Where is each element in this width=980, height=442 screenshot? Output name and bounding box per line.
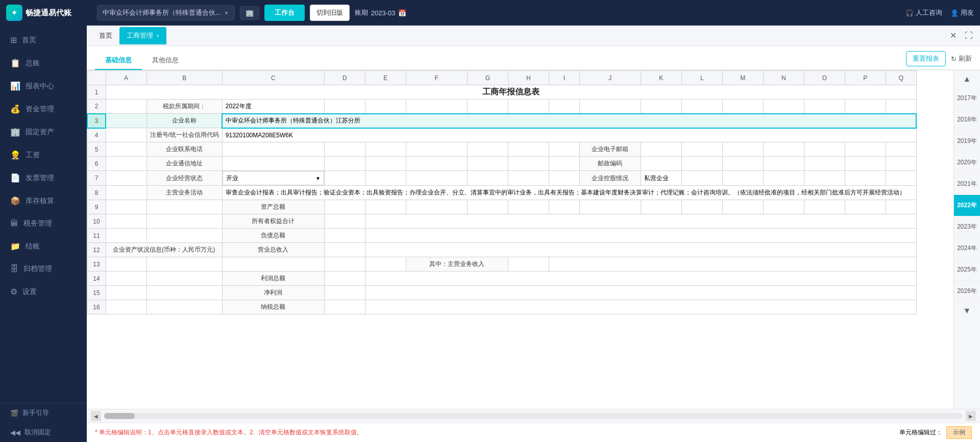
sub-tab-other[interactable]: 其他信息	[142, 52, 189, 70]
close-icon[interactable]: ×	[156, 33, 159, 39]
table-row: 12 企业资产状况信息(币种：人民币万元) 营业总收入	[87, 243, 916, 257]
r6-c[interactable]	[222, 157, 324, 171]
r10-d[interactable]	[324, 214, 365, 229]
table-row: 10 所有者权益合计	[87, 214, 916, 229]
period-area: 账期 2023-03 📅	[355, 8, 407, 17]
r9-d[interactable]	[324, 200, 365, 214]
sidebar-item-fixed-assets[interactable]: 🏢 固定资产	[0, 120, 87, 143]
r2-c[interactable]: 2022年度	[222, 100, 324, 114]
cancel-fixed-button[interactable]: ◀◀ 取消固定	[0, 423, 87, 442]
sidebar-item-inventory[interactable]: 📦 库存核算	[0, 189, 87, 212]
row-num-9: 9	[87, 200, 106, 214]
r3-c[interactable]: 中审众环会计师事务所（特殊普通合伙）江苏分所	[222, 114, 916, 128]
row-num-14: 14	[87, 272, 106, 286]
table-row: 1 工商年报信息表	[87, 85, 916, 100]
year-scroll-down-button[interactable]: ▼	[954, 302, 980, 320]
year-sidebar: ▲ 2017年 2018年 2019年 2020年 2021年	[953, 70, 980, 409]
year-label: 2021年	[957, 180, 977, 187]
r7-e	[365, 171, 406, 186]
workbench-button[interactable]: 工作台	[264, 5, 305, 21]
expand-button[interactable]: ⛶	[963, 29, 975, 42]
sidebar-item-settings[interactable]: ⚙ 设置	[0, 280, 87, 303]
year-item-2019[interactable]: 2019年	[954, 131, 980, 152]
sidebar-item-tax[interactable]: 🏛 税务管理	[0, 212, 87, 235]
r6-m	[722, 157, 763, 171]
year-item-2021[interactable]: 2021年	[954, 174, 980, 195]
r7-i	[549, 171, 579, 186]
sidebar-item-finance[interactable]: 💰 资金管理	[0, 97, 87, 120]
sidebar-item-salary[interactable]: 👷 工资	[0, 143, 87, 166]
r9-k	[641, 200, 681, 214]
r6-f	[406, 157, 467, 171]
r13-h[interactable]	[508, 257, 549, 272]
tab-home[interactable]: 首页	[92, 27, 119, 44]
scroll-right-button[interactable]: ▶	[966, 411, 976, 421]
r11-b	[146, 229, 222, 243]
r11-c: 负债总额	[222, 229, 324, 243]
r5-b: 企业联系电话	[146, 142, 222, 157]
year-item-2023[interactable]: 2023年	[954, 216, 980, 238]
company-selector[interactable]: 中审众环会计师事务所（特殊普通合伙... ▼	[97, 5, 235, 20]
year-item-2020[interactable]: 2020年	[954, 152, 980, 174]
sidebar-item-archive[interactable]: 🗄 归档管理	[0, 258, 87, 280]
r9-p	[845, 200, 886, 214]
r6-k[interactable]	[641, 157, 681, 171]
year-item-2018[interactable]: 2018年	[954, 109, 980, 131]
refresh-button[interactable]: ↻ 刷新	[951, 54, 972, 63]
close-window-button[interactable]: ✕	[948, 29, 959, 42]
horizontal-scroll-track[interactable]	[104, 413, 963, 419]
r15-d[interactable]	[324, 286, 365, 300]
r6-d	[324, 157, 365, 171]
calendar-icon[interactable]: 📅	[398, 9, 406, 17]
sidebar-item-close-account[interactable]: 📁 结账	[0, 235, 87, 258]
row-num-10: 10	[87, 214, 106, 229]
year-item-2017[interactable]: 2017年	[954, 88, 980, 109]
year-scroll-up-button[interactable]: ▲	[954, 70, 980, 88]
company-icon-button[interactable]: 🏢	[240, 6, 259, 20]
sheet-title-cell[interactable]: 工商年报信息表	[106, 85, 916, 100]
table-row: 8 主营业务活动 审查企业会计报表；出具审计报告；验证企业资本；出具验资报告；办…	[87, 186, 916, 200]
r5-c[interactable]	[222, 142, 324, 157]
new-guide-button[interactable]: 🎬 新手引导	[0, 403, 87, 423]
r8-c[interactable]: 审查企业会计报表；出具审计报告；验证企业资本；出具验资报告；办理企业合开、分立、…	[222, 186, 916, 200]
guide-icon: 🎬	[10, 409, 18, 417]
header-col-q: Q	[886, 71, 916, 85]
r9-b	[146, 200, 222, 214]
header-col-n: N	[763, 71, 804, 85]
table-row: 16 纳税总额	[87, 300, 916, 314]
r11-d[interactable]	[324, 229, 365, 243]
r7-c[interactable]: 开业 ▼	[223, 171, 324, 185]
sidebar-item-invoice[interactable]: 📄 发票管理	[0, 166, 87, 189]
r4-c[interactable]: 91320100MA208E5W6K	[222, 128, 916, 142]
switch-old-button[interactable]: 切到旧版	[310, 5, 350, 21]
spreadsheet-container[interactable]: A B C D E F G H I J K L	[87, 70, 953, 409]
r7-q	[886, 171, 916, 186]
r2-g	[467, 100, 508, 114]
sidebar-item-ledger[interactable]: 📋 总账	[0, 52, 87, 75]
year-item-2024[interactable]: 2024年	[954, 238, 980, 259]
scroll-left-button[interactable]: ◀	[91, 411, 101, 421]
footer-note-text: * 单元格编辑说明：1、点击单元格直接录入数值或文本。2、清空单元格数值或文本恢…	[95, 428, 363, 437]
row-num-2: 2	[87, 100, 106, 114]
header-col-f: F	[406, 71, 467, 85]
r14-d[interactable]	[324, 272, 365, 286]
chevron-down-icon: ▼	[224, 10, 229, 16]
r11-rest	[365, 229, 916, 243]
sidebar-item-reports[interactable]: 📊 报表中心	[0, 75, 87, 97]
r7-n	[763, 171, 804, 186]
consult-button[interactable]: 🎧 人工咨询	[905, 8, 942, 17]
r7-k[interactable]: 私营企业	[641, 171, 681, 186]
r12-d[interactable]	[324, 243, 365, 257]
r5-k[interactable]	[641, 142, 681, 157]
r6-n	[763, 157, 804, 171]
r16-d[interactable]	[324, 300, 365, 314]
tab-industrial[interactable]: 工商管理 ×	[119, 27, 166, 44]
user-button[interactable]: 👤 用友	[950, 8, 974, 17]
year-item-2025[interactable]: 2025年	[954, 259, 980, 281]
year-label: 2020年	[957, 159, 977, 166]
reset-report-button[interactable]: 重置报表	[906, 51, 946, 66]
year-item-2022[interactable]: 2022年	[954, 195, 980, 216]
sidebar-item-home[interactable]: ⊞ 首页	[0, 29, 87, 52]
sub-tab-basic[interactable]: 基础信息	[95, 52, 142, 70]
year-item-2026[interactable]: 2026年	[954, 281, 980, 302]
